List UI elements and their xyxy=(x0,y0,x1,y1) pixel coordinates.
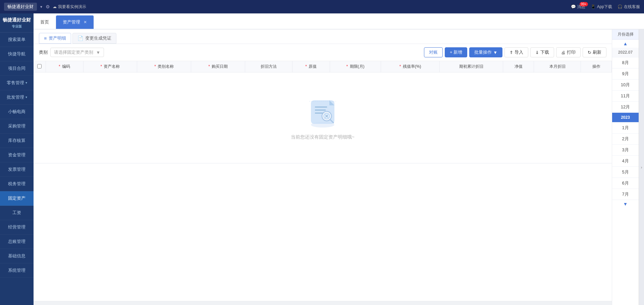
sidebar-item-basic-info[interactable]: 基础信息 xyxy=(0,249,34,263)
sub-tab-change-voucher[interactable]: 📄 变更生成凭证 xyxy=(72,33,116,44)
company-dropdown-icon[interactable]: ▼ xyxy=(40,5,43,9)
month-6-2023[interactable]: 6月 xyxy=(612,178,639,189)
col-monthly-depreciation: 本月折旧 xyxy=(534,61,581,72)
col-residual-rate: * 残值率(%) xyxy=(381,61,439,72)
refresh-button[interactable]: ↻ 刷新 xyxy=(583,47,606,57)
inner-content: ≡ 资产明细 📄 变更生成凭证 类别 请选择固定资产类别 ▼ xyxy=(34,30,612,305)
sidebar-item-retail[interactable]: 零售管理 ▾ xyxy=(0,76,34,90)
sidebar-item-project[interactable]: 项目合同 xyxy=(0,61,34,76)
year-2023-badge[interactable]: 2023 xyxy=(612,113,639,122)
col-category: * 类别名称 xyxy=(137,61,191,72)
tab-asset-mgmt[interactable]: 资产管理 ✕ xyxy=(56,15,94,29)
month-7-2023[interactable]: 7月 xyxy=(612,189,639,200)
empty-state: 当前您还没有固定资产明细哦~ xyxy=(37,75,608,160)
year-2022-label: 2022.07 xyxy=(612,48,639,57)
empty-illustration xyxy=(303,95,343,129)
sidebar-logo: 畅捷通好业财 专业版 xyxy=(0,13,34,33)
message-button[interactable]: 💬 消息 99+ xyxy=(571,4,585,10)
sidebar-item-system[interactable]: 系统管理 xyxy=(0,263,34,278)
online-service-button[interactable]: 🎧 在线客服 xyxy=(618,4,640,10)
month-nav-up[interactable]: ▲ xyxy=(612,40,639,48)
top-bar: 畅捷通好业财 ▼ ⚙ ☁ 我要看实例演示 💬 消息 99+ 📱 App下载 🎧 … xyxy=(0,0,644,13)
demo-link[interactable]: ☁ 我要看实例演示 xyxy=(53,4,86,10)
month-5-2023[interactable]: 5月 xyxy=(612,167,639,178)
month-11[interactable]: 11月 xyxy=(612,91,639,102)
print-button[interactable]: 🖨 打印 xyxy=(556,47,581,57)
reconcile-button[interactable]: 对账 xyxy=(424,47,443,57)
main-layout: 畅捷通好业财 专业版 搜索菜单 快捷导航 项目合同 零售管理 ▾ 批发管理 ▾ … xyxy=(0,13,644,305)
col-original-value: * 原值 xyxy=(292,61,330,72)
mobile-icon: 📱 xyxy=(591,4,596,9)
category-label: 类别 xyxy=(39,49,48,55)
month-nav-down[interactable]: ▼ xyxy=(612,200,639,208)
col-checkbox xyxy=(34,61,46,72)
sidebar-item-inventory[interactable]: 库存核算 xyxy=(0,134,34,148)
retail-arrow-icon: ▾ xyxy=(25,81,27,85)
sidebar-item-purchase[interactable]: 采购管理 xyxy=(0,119,34,134)
add-button[interactable]: + 新增 xyxy=(445,47,467,57)
panel-collapse-button[interactable]: › xyxy=(639,30,644,305)
month-10[interactable]: 10月 xyxy=(612,80,639,91)
message-icon: 💬 xyxy=(571,4,576,9)
month-4-2023[interactable]: 4月 xyxy=(612,156,639,167)
doc-icon: 📄 xyxy=(77,36,83,41)
sidebar-item-fixed-assets[interactable]: 固定资产 xyxy=(0,191,34,206)
import-button[interactable]: ⇑ 导入 xyxy=(504,47,528,57)
col-accumulated-depreciation: 期初累计折旧 xyxy=(439,61,503,72)
bottom-scrollbar[interactable] xyxy=(34,301,612,305)
col-period-months: * 期限(月) xyxy=(330,61,381,72)
sidebar-item-operations[interactable]: 经营管理 xyxy=(0,220,34,235)
batch-button[interactable]: 批量操作 ▼ xyxy=(469,47,502,57)
sidebar-item-payroll[interactable]: 工资 xyxy=(0,206,34,220)
sidebar-item-wholesale[interactable]: 批发管理 ▾ xyxy=(0,90,34,105)
sub-tab-asset-detail[interactable]: ≡ 资产明细 xyxy=(39,33,71,44)
col-depreciation-method: 折旧方法 xyxy=(245,61,292,72)
col-purchase-date: * 购买日期 xyxy=(191,61,245,72)
col-operation: 操作 xyxy=(581,61,612,72)
col-name: * 资产名称 xyxy=(83,61,137,72)
settings-icon[interactable]: ⚙ xyxy=(46,4,50,9)
wholesale-arrow-icon: ▾ xyxy=(25,95,27,99)
import-icon: ⇑ xyxy=(509,50,513,55)
month-12[interactable]: 12月 xyxy=(612,102,639,113)
month-9[interactable]: 9月 xyxy=(612,68,639,80)
sidebar: 畅捷通好业财 专业版 搜索菜单 快捷导航 项目合同 零售管理 ▾ 批发管理 ▾ … xyxy=(0,13,34,305)
cloud-icon: ☁ xyxy=(53,4,57,9)
edition-label: 专业版 xyxy=(3,24,31,29)
tab-bar: 首页 资产管理 ✕ xyxy=(34,13,644,30)
sidebar-item-ledger[interactable]: 总账管理 xyxy=(0,235,34,249)
download-button[interactable]: ⇓ 下载 xyxy=(530,47,554,57)
sidebar-item-finance[interactable]: 资金管理 xyxy=(0,148,34,162)
sidebar-item-invoice[interactable]: 发票管理 xyxy=(0,162,34,177)
app-download-button[interactable]: 📱 App下载 xyxy=(591,4,612,10)
sidebar-item-quick-nav[interactable]: 快捷导航 xyxy=(0,47,34,61)
table-header-row: * 编码 * 资产名称 * 类别名称 xyxy=(34,61,612,72)
app-name: 畅捷通好业财 xyxy=(3,17,31,23)
category-select[interactable]: 请选择固定资产类别 ▼ xyxy=(50,48,104,57)
collapse-icon: › xyxy=(641,165,642,170)
month-2-2023[interactable]: 2月 xyxy=(612,134,639,145)
month-8[interactable]: 8月 xyxy=(612,57,639,68)
asset-table: * 编码 * 资产名称 * 类别名称 xyxy=(34,61,612,163)
table-area: * 编码 * 资产名称 * 类别名称 xyxy=(34,61,612,301)
company-name[interactable]: 畅捷通好业财 xyxy=(4,3,37,11)
tab-home[interactable]: 首页 xyxy=(34,15,56,29)
sub-tab-bar: ≡ 资产明细 📄 变更生成凭证 xyxy=(34,30,612,44)
sidebar-item-search[interactable]: 搜索菜单 xyxy=(0,33,34,47)
sidebar-item-ecommerce[interactable]: 小畅电商 xyxy=(0,105,34,119)
col-code: * 编码 xyxy=(46,61,83,72)
month-1-2023[interactable]: 1月 xyxy=(612,122,639,134)
select-all-checkbox[interactable] xyxy=(37,64,42,68)
month-panel-header: 月份选择 xyxy=(612,30,639,40)
refresh-icon: ↻ xyxy=(588,50,591,55)
page-content: ≡ 资产明细 📄 变更生成凭证 类别 请选择固定资产类别 ▼ xyxy=(34,30,644,305)
empty-state-row: 当前您还没有固定资产明细哦~ xyxy=(34,72,612,163)
print-icon: 🖨 xyxy=(561,50,566,55)
sidebar-item-tax[interactable]: 税务管理 xyxy=(0,177,34,191)
top-bar-right: 💬 消息 99+ 📱 App下载 🎧 在线客服 xyxy=(571,4,640,10)
tab-close-icon[interactable]: ✕ xyxy=(84,20,87,24)
month-3-2023[interactable]: 3月 xyxy=(612,145,639,156)
toolbar: 类别 请选择固定资产类别 ▼ 对账 + 新增 批量操作 ▼ ⇑ xyxy=(34,44,612,61)
list-icon: ≡ xyxy=(44,36,47,41)
col-net-value: 净值 xyxy=(503,61,534,72)
